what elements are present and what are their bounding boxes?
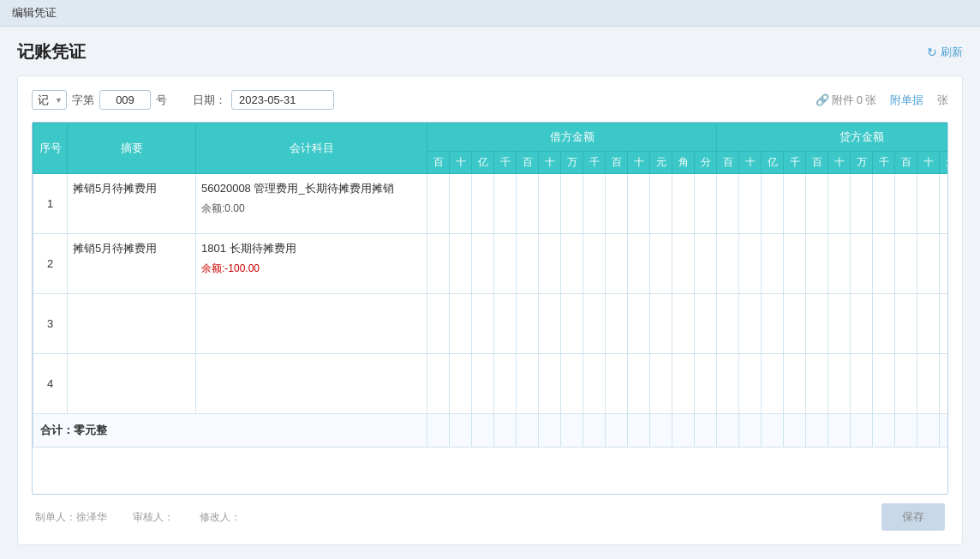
debit-cell-r1-c13[interactable] bbox=[695, 174, 717, 234]
credit-cell-r1-c7[interactable] bbox=[851, 174, 873, 234]
debit-cell-r2-c7[interactable] bbox=[561, 234, 583, 294]
row-summary-3[interactable] bbox=[68, 294, 196, 354]
debit-cell-r4-c5[interactable] bbox=[517, 354, 539, 414]
debit-cell-r1-c5[interactable] bbox=[517, 174, 539, 234]
debit-cell-r3-c12[interactable] bbox=[672, 294, 695, 354]
credit-cell-r2-c11[interactable] bbox=[940, 234, 948, 294]
debit-cell-r3-c8[interactable] bbox=[583, 294, 606, 354]
credit-cell-r1-c6[interactable] bbox=[828, 174, 851, 234]
debit-cell-r4-c6[interactable] bbox=[539, 354, 561, 414]
debit-cell-r2-c8[interactable] bbox=[583, 234, 606, 294]
credit-cell-r4-c4[interactable] bbox=[784, 354, 806, 414]
debit-cell-r1-c4[interactable] bbox=[494, 174, 517, 234]
credit-cell-r1-c4[interactable] bbox=[784, 174, 806, 234]
debit-cell-r2-c6[interactable] bbox=[539, 234, 561, 294]
row-account-1[interactable]: 56020008 管理费用_长期待摊费用摊销余额:0.00 bbox=[196, 174, 427, 234]
credit-cell-r4-c6[interactable] bbox=[828, 354, 851, 414]
row-account-4[interactable] bbox=[196, 354, 427, 414]
debit-cell-r3-c5[interactable] bbox=[517, 294, 539, 354]
credit-cell-r1-c8[interactable] bbox=[873, 174, 895, 234]
credit-cell-r4-c8[interactable] bbox=[873, 354, 895, 414]
credit-cell-r4-c5[interactable] bbox=[806, 354, 828, 414]
credit-cell-r2-c4[interactable] bbox=[784, 234, 806, 294]
row-summary-1[interactable]: 摊销5月待摊费用 bbox=[68, 174, 196, 234]
debit-cell-r4-c13[interactable] bbox=[695, 354, 717, 414]
credit-cell-r3-c5[interactable] bbox=[806, 294, 828, 354]
credit-cell-r3-c9[interactable] bbox=[895, 294, 917, 354]
credit-cell-r3-c7[interactable] bbox=[851, 294, 873, 354]
credit-cell-r2-c6[interactable] bbox=[828, 234, 851, 294]
credit-cell-r3-c10[interactable] bbox=[917, 294, 940, 354]
credit-cell-r4-c11[interactable] bbox=[940, 354, 948, 414]
credit-cell-r3-c8[interactable] bbox=[873, 294, 895, 354]
credit-cell-r2-c7[interactable] bbox=[851, 234, 873, 294]
debit-cell-r2-c10[interactable] bbox=[628, 234, 650, 294]
voucher-number-input[interactable] bbox=[99, 90, 151, 110]
debit-cell-r2-c9[interactable] bbox=[606, 234, 628, 294]
debit-cell-r1-c9[interactable] bbox=[606, 174, 628, 234]
credit-cell-r2-c3[interactable] bbox=[762, 234, 784, 294]
refresh-button[interactable]: ↻ 刷新 bbox=[927, 45, 963, 60]
credit-cell-r1-c2[interactable] bbox=[739, 174, 762, 234]
debit-cell-r1-c12[interactable] bbox=[672, 174, 695, 234]
credit-cell-r2-c5[interactable] bbox=[806, 234, 828, 294]
credit-cell-r2-c9[interactable] bbox=[895, 234, 917, 294]
debit-cell-r4-c7[interactable] bbox=[561, 354, 583, 414]
credit-cell-r2-c10[interactable] bbox=[917, 234, 940, 294]
credit-cell-r2-c2[interactable] bbox=[739, 234, 762, 294]
credit-cell-r4-c3[interactable] bbox=[762, 354, 784, 414]
debit-cell-r3-c10[interactable] bbox=[628, 294, 650, 354]
save-button[interactable]: 保存 bbox=[881, 503, 945, 531]
debit-cell-r1-c1[interactable] bbox=[427, 174, 450, 234]
credit-cell-r3-c6[interactable] bbox=[828, 294, 851, 354]
debit-cell-r3-c13[interactable] bbox=[695, 294, 717, 354]
type-select[interactable]: 记 bbox=[32, 90, 67, 110]
credit-cell-r1-c10[interactable] bbox=[917, 174, 940, 234]
credit-cell-r2-c8[interactable] bbox=[873, 234, 895, 294]
debit-cell-r1-c8[interactable] bbox=[583, 174, 606, 234]
debit-cell-r1-c7[interactable] bbox=[561, 174, 583, 234]
credit-cell-r3-c1[interactable] bbox=[717, 294, 739, 354]
debit-cell-r4-c11[interactable] bbox=[650, 354, 672, 414]
attach-sheet-button[interactable]: 附单据 bbox=[890, 93, 923, 108]
debit-cell-r2-c4[interactable] bbox=[494, 234, 517, 294]
date-input[interactable] bbox=[231, 90, 334, 110]
credit-cell-r1-c11[interactable] bbox=[940, 174, 948, 234]
row-account-3[interactable] bbox=[196, 294, 427, 354]
debit-cell-r1-c2[interactable] bbox=[450, 174, 472, 234]
debit-cell-r3-c6[interactable] bbox=[539, 294, 561, 354]
debit-cell-r4-c8[interactable] bbox=[583, 354, 606, 414]
debit-cell-r2-c12[interactable] bbox=[672, 234, 695, 294]
credit-cell-r3-c4[interactable] bbox=[784, 294, 806, 354]
credit-cell-r3-c2[interactable] bbox=[739, 294, 762, 354]
debit-cell-r1-c3[interactable] bbox=[472, 174, 494, 234]
debit-cell-r2-c13[interactable] bbox=[695, 234, 717, 294]
debit-cell-r4-c12[interactable] bbox=[672, 354, 695, 414]
row-summary-4[interactable] bbox=[68, 354, 196, 414]
row-summary-2[interactable]: 摊销5月待摊费用 bbox=[68, 234, 196, 294]
debit-cell-r3-c2[interactable] bbox=[450, 294, 472, 354]
debit-cell-r2-c1[interactable] bbox=[427, 234, 450, 294]
debit-cell-r4-c2[interactable] bbox=[450, 354, 472, 414]
credit-cell-r2-c1[interactable] bbox=[717, 234, 739, 294]
credit-cell-r3-c3[interactable] bbox=[762, 294, 784, 354]
debit-cell-r4-c9[interactable] bbox=[606, 354, 628, 414]
debit-cell-r1-c10[interactable] bbox=[628, 174, 650, 234]
row-account-2[interactable]: 1801 长期待摊费用余额:-100.00 bbox=[196, 234, 427, 294]
debit-cell-r4-c4[interactable] bbox=[494, 354, 517, 414]
debit-cell-r3-c1[interactable] bbox=[427, 294, 450, 354]
debit-cell-r1-c6[interactable] bbox=[539, 174, 561, 234]
credit-cell-r1-c5[interactable] bbox=[806, 174, 828, 234]
credit-cell-r1-c1[interactable] bbox=[717, 174, 739, 234]
debit-cell-r2-c11[interactable] bbox=[650, 234, 672, 294]
debit-cell-r3-c4[interactable] bbox=[494, 294, 517, 354]
credit-cell-r4-c7[interactable] bbox=[851, 354, 873, 414]
credit-cell-r1-c3[interactable] bbox=[762, 174, 784, 234]
debit-cell-r3-c9[interactable] bbox=[606, 294, 628, 354]
debit-cell-r3-c3[interactable] bbox=[472, 294, 494, 354]
debit-cell-r1-c11[interactable] bbox=[650, 174, 672, 234]
debit-cell-r3-c11[interactable] bbox=[650, 294, 672, 354]
credit-cell-r3-c11[interactable] bbox=[940, 294, 948, 354]
debit-cell-r2-c5[interactable] bbox=[517, 234, 539, 294]
credit-cell-r4-c2[interactable] bbox=[739, 354, 762, 414]
